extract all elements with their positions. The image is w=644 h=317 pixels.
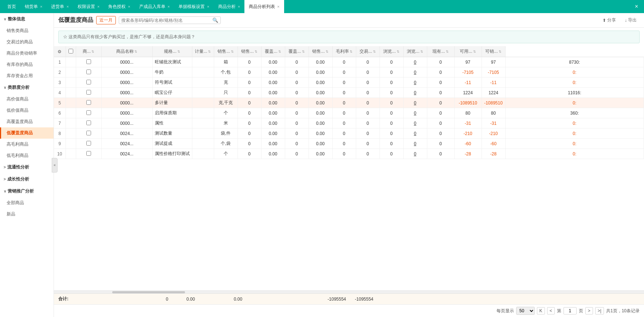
nav-item-purchase[interactable]: 进货单 ×	[47, 0, 73, 13]
share-button[interactable]: ⬆ 分享	[600, 16, 619, 24]
unit-column-header[interactable]: 计量...⇅	[192, 46, 214, 57]
close-icon[interactable]: ×	[238, 4, 240, 9]
row-settings[interactable]	[66, 118, 76, 128]
row-checkbox[interactable]	[86, 70, 91, 74]
row-settings[interactable]	[66, 67, 76, 78]
row-checkbox-cell[interactable]	[76, 149, 101, 159]
row-browse1[interactable]: 0	[403, 88, 427, 98]
sidebar-section-marketing[interactable]: ∨ 营销推广分析	[0, 185, 54, 197]
name-column-header[interactable]: 商品名称⇅	[101, 46, 152, 57]
available-stock-column-header[interactable]: 可用...⇅	[454, 46, 482, 57]
search-icon[interactable]: 🔍	[212, 17, 218, 23]
sidebar-collapse-button[interactable]: «	[52, 158, 58, 173]
cover1-column-header[interactable]: 覆盖...⇅	[261, 46, 285, 57]
nav-item-permissions[interactable]: 权限设置 ×	[73, 0, 104, 13]
row-checkbox-cell[interactable]	[76, 67, 101, 78]
sidebar-item-sales-goods[interactable]: 销售类商品	[0, 25, 54, 36]
sidebar-section-flow[interactable]: > 流通性分析	[0, 161, 54, 173]
sidebar-item-low-value[interactable]: 低价值商品	[0, 105, 54, 116]
close-icon[interactable]: ×	[277, 4, 279, 9]
sidebar-item-stock-goods[interactable]: 有库存的商品	[0, 59, 54, 70]
sales-rate-column-header[interactable]: 销售...⇅	[309, 46, 332, 57]
row-checkbox[interactable]	[86, 100, 91, 105]
sidebar-item-traded-goods[interactable]: 交易过的商品	[0, 36, 54, 48]
row-browse1[interactable]: 0	[403, 149, 427, 159]
row-settings[interactable]	[66, 149, 76, 159]
prev-page-button[interactable]: <	[547, 307, 555, 314]
close-icon[interactable]: ×	[207, 4, 209, 9]
row-browse1[interactable]: 0	[403, 118, 427, 128]
row-settings[interactable]	[66, 98, 76, 108]
row-browse1[interactable]: 0	[403, 128, 427, 139]
close-all-button[interactable]: ×	[632, 3, 641, 10]
row-checkbox[interactable]	[86, 110, 91, 115]
row-checkbox[interactable]	[86, 131, 91, 135]
row-settings[interactable]	[66, 57, 76, 67]
nav-item-analysis[interactable]: 商品分析 ×	[214, 0, 244, 13]
data-table-container[interactable]: ⚙ 商...⇅ 商品名称⇅ 规格...⇅ 计量...⇅ 销售...⇅ 销售...…	[54, 46, 644, 290]
current-stock-column-header[interactable]: 现有...⇅	[427, 46, 454, 57]
export-button[interactable]: ↓ 导出	[622, 16, 640, 24]
row-settings[interactable]	[66, 139, 76, 149]
close-icon[interactable]: ×	[66, 4, 68, 9]
sidebar-section-overall[interactable]: ∨ 整体信息	[0, 13, 54, 25]
sidebar-item-low-margin[interactable]: 低毛利商品	[0, 150, 54, 161]
sidebar-item-low-coverage[interactable]: 低覆盖度商品	[0, 127, 54, 139]
row-settings[interactable]	[66, 88, 76, 98]
sidebar-item-new-goods[interactable]: 新品	[0, 209, 54, 220]
nav-item-analysis-list[interactable]: 商品分析列表 ×	[244, 0, 284, 13]
row-checkbox-cell[interactable]	[76, 98, 101, 108]
row-checkbox[interactable]	[86, 151, 91, 156]
row-checkbox-cell[interactable]	[76, 57, 101, 67]
page-size-select[interactable]: 50 20 100	[516, 307, 535, 315]
gross-margin-column-header[interactable]: 毛利率⇅	[332, 46, 356, 57]
row-checkbox[interactable]	[86, 120, 91, 125]
row-browse1[interactable]: 0	[403, 78, 427, 88]
cover2-column-header[interactable]: 覆盖...⇅	[285, 46, 309, 57]
nav-item-templates[interactable]: 单据模板设置 ×	[174, 0, 213, 13]
row-checkbox-cell[interactable]	[76, 108, 101, 118]
row-checkbox-cell[interactable]	[76, 78, 101, 88]
row-checkbox-cell[interactable]	[76, 128, 101, 139]
search-input[interactable]	[121, 18, 211, 23]
sales-amount-column-header[interactable]: 销售...⇅	[237, 46, 261, 57]
close-icon[interactable]: ×	[128, 4, 130, 9]
time-filter-button[interactable]: 近一月	[96, 16, 116, 24]
select-all-checkbox[interactable]	[68, 49, 73, 54]
row-checkbox[interactable]	[86, 90, 91, 95]
next-page-button[interactable]: >	[585, 307, 593, 314]
settings-column-header[interactable]: ⚙	[54, 46, 66, 57]
last-page-button[interactable]: >|	[595, 307, 604, 314]
sidebar-section-growth[interactable]: > 成长性分析	[0, 173, 54, 185]
nav-item-home[interactable]: 首页	[3, 0, 20, 13]
row-checkbox[interactable]	[86, 141, 91, 146]
row-checkbox-cell[interactable]	[76, 139, 101, 149]
sidebar-section-cluster[interactable]: ∨ 类群度分析	[0, 82, 54, 94]
spec-column-header[interactable]: 规格...⇅	[152, 46, 192, 57]
checkbox-column-header[interactable]	[66, 46, 76, 57]
sidebar-item-high-value[interactable]: 高价值商品	[0, 94, 54, 105]
row-browse1[interactable]: 0	[403, 139, 427, 149]
row-checkbox-cell[interactable]	[76, 88, 101, 98]
row-browse1[interactable]: 0	[403, 98, 427, 108]
close-icon[interactable]: ×	[168, 4, 170, 9]
browse2-column-header[interactable]: 浏览...⇅	[403, 46, 427, 57]
browse1-column-header[interactable]: 浏览...⇅	[380, 46, 403, 57]
close-icon[interactable]: ×	[97, 4, 99, 9]
row-browse1[interactable]: 0	[403, 57, 427, 67]
sidebar-item-all-goods[interactable]: 全部商品	[0, 197, 54, 209]
code-column-header[interactable]: 商...⇅	[76, 46, 101, 57]
row-settings[interactable]	[66, 108, 76, 118]
row-checkbox[interactable]	[86, 59, 91, 64]
sidebar-item-high-coverage[interactable]: 高覆盖度商品	[0, 116, 54, 127]
row-browse1[interactable]: 0	[403, 108, 427, 118]
row-browse1[interactable]: 0	[403, 67, 427, 78]
page-number-input[interactable]	[564, 307, 577, 314]
row-checkbox-cell[interactable]	[76, 118, 101, 128]
saleable-column-header[interactable]: 可销...⇅	[482, 46, 505, 57]
sales-qty-column-header[interactable]: 销售...⇅	[214, 46, 237, 57]
scrollbar-thumb[interactable]	[112, 291, 185, 293]
first-page-button[interactable]: K	[537, 307, 545, 314]
row-checkbox[interactable]	[86, 80, 91, 84]
sidebar-item-stock-funds[interactable]: 库存资金占用	[0, 70, 54, 82]
